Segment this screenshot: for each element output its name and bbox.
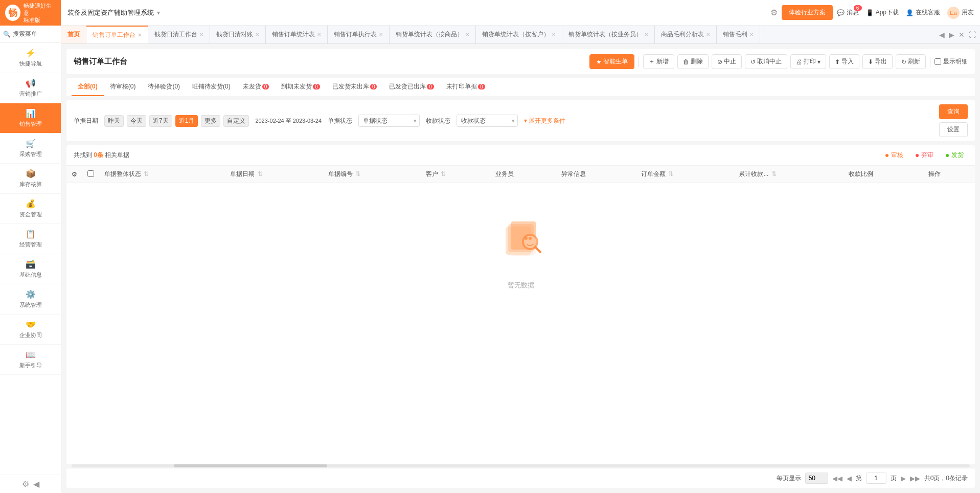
refresh-btn[interactable]: ↻ 刷新 bbox=[896, 54, 926, 69]
date-yesterday-btn[interactable]: 昨天 bbox=[104, 115, 124, 127]
horizontal-scrollbar[interactable] bbox=[66, 464, 975, 468]
per-page-select[interactable]: 50 10 20 100 bbox=[805, 473, 828, 484]
app-download-btn[interactable]: 📱 App下载 bbox=[866, 8, 899, 17]
date-more-btn[interactable]: 更多 bbox=[201, 115, 220, 127]
table-scroll: ⚙ 单据整体状态 ⇅ 单据日期 ⇅ 单据编号 bbox=[66, 166, 975, 464]
page-input[interactable] bbox=[866, 473, 886, 484]
tab-sales-workbench[interactable]: 销售订单工作台 ✕ bbox=[86, 26, 148, 43]
suspend-btn[interactable]: ⊘ 中止 bbox=[712, 54, 742, 69]
show-detail-label[interactable]: 显示明细 bbox=[935, 57, 968, 66]
sidebar-item-basic[interactable]: 🗃️ 基础信息 bbox=[0, 254, 61, 284]
page-nav-last[interactable]: ▶▶ bbox=[910, 475, 920, 482]
tab-sales-summary-customer[interactable]: 销货单统计表（按客户） ✕ bbox=[476, 26, 562, 43]
sidebar-item-sales[interactable]: 📊 销售管理 bbox=[0, 103, 61, 133]
tab-sales-stat[interactable]: 销售订单统计表 ✕ bbox=[266, 26, 328, 43]
sidebar-item-operations[interactable]: 📋 经营管理 bbox=[0, 224, 61, 254]
sidebar-search[interactable]: 🔍 搜索菜单 bbox=[0, 26, 61, 43]
tab-product-margin[interactable]: 商品毛利分析表 ✕ bbox=[655, 26, 717, 43]
print-btn[interactable]: 🖨 打印 ▾ bbox=[790, 54, 826, 69]
query-btn[interactable]: 查询 bbox=[939, 104, 968, 119]
message-btn[interactable]: 💬 消息 6 bbox=[837, 8, 859, 17]
sort-number[interactable]: ⇅ bbox=[355, 170, 360, 177]
tab-close-sales-workbench[interactable]: ✕ bbox=[138, 32, 142, 38]
subtab-shipped-out[interactable]: 已发货已出库0 bbox=[383, 78, 440, 96]
tab-close-sales-exec[interactable]: ✕ bbox=[379, 32, 383, 37]
sort-collected[interactable]: ⇅ bbox=[771, 170, 777, 177]
tab-close-all-icon[interactable]: ✕ bbox=[958, 30, 966, 40]
industry-btn[interactable]: 体验行业方案 bbox=[782, 5, 833, 20]
subtab-wangpu-pending[interactable]: 旺铺待发货(0) bbox=[186, 78, 237, 96]
tab-home[interactable]: 首页 bbox=[61, 26, 86, 43]
filter-settings-btn[interactable]: 设置 bbox=[939, 122, 968, 137]
tab-close-cash-reconcile[interactable]: ✕ bbox=[255, 32, 259, 37]
tab-close-sales-summary-product[interactable]: ✕ bbox=[465, 32, 469, 37]
sidebar-item-guide[interactable]: 📖 新手引导 bbox=[0, 345, 61, 375]
tab-sales-summary-staff[interactable]: 销货单统计表（按业务员） ✕ bbox=[562, 26, 655, 43]
sidebar-item-finance[interactable]: 💰 资金管理 bbox=[0, 194, 61, 224]
date-today-btn[interactable]: 今天 bbox=[127, 115, 146, 127]
status-select[interactable]: 单据状态 bbox=[358, 115, 420, 127]
tab-nav-next-icon[interactable]: ▶ bbox=[948, 30, 955, 40]
select-all-checkbox[interactable] bbox=[87, 170, 94, 177]
page-nav-prev[interactable]: ◀ bbox=[847, 475, 852, 482]
sidebar-item-marketing[interactable]: 📢 营销推广 bbox=[0, 73, 61, 103]
tab-sales-summary-product[interactable]: 销货单统计表（按商品） ✕ bbox=[390, 26, 476, 43]
sidebar-item-system[interactable]: ⚙️ 系统管理 bbox=[0, 284, 61, 315]
delete-btn[interactable]: 🗑 删除 bbox=[677, 54, 709, 69]
tab-close-sales-summary-staff[interactable]: ✕ bbox=[644, 32, 648, 37]
cancel-suspend-btn[interactable]: ↺ 取消中止 bbox=[745, 54, 787, 69]
subtab-all[interactable]: 全部(0) bbox=[72, 78, 104, 96]
topbar-settings-icon[interactable]: ⚙ bbox=[770, 8, 778, 17]
audit-btn[interactable]: 审核 bbox=[881, 149, 907, 161]
tab-cash-reconcile[interactable]: 钱货日清对账 ✕ bbox=[210, 26, 266, 43]
sidebar-item-purchase[interactable]: 🛒 采购管理 bbox=[0, 133, 61, 164]
suspend-icon: ⊘ bbox=[717, 58, 722, 65]
settings-bottom-icon[interactable]: ⚙ bbox=[22, 479, 29, 489]
collapse-icon[interactable]: ◀ bbox=[33, 479, 39, 489]
page-nav-next[interactable]: ▶ bbox=[901, 475, 906, 482]
import-btn[interactable]: ⬆ 导入 bbox=[829, 54, 859, 69]
page-nav-first[interactable]: ◀◀ bbox=[832, 475, 842, 482]
tab-close-sales-more[interactable]: ✕ bbox=[749, 32, 754, 37]
tab-sales-exec[interactable]: 销售订单执行表 ✕ bbox=[328, 26, 390, 43]
date-7days-btn[interactable]: 近7天 bbox=[149, 115, 172, 127]
sort-customer[interactable]: ⇅ bbox=[441, 170, 446, 177]
col-settings[interactable]: ⚙ bbox=[66, 166, 82, 183]
subtab-overdue-not-shipped[interactable]: 到期未发货0 bbox=[275, 78, 326, 96]
col-checkbox[interactable] bbox=[82, 166, 99, 183]
tab-close-sales-stat[interactable]: ✕ bbox=[317, 32, 321, 37]
smart-generate-btn[interactable]: ★ 智能生单 bbox=[589, 54, 634, 69]
tab-maximize-icon[interactable]: ⛶ bbox=[968, 30, 977, 40]
export-btn[interactable]: ⬇ 导出 bbox=[862, 54, 893, 69]
page-title: 销售订单工作台 bbox=[74, 57, 127, 66]
ship-btn[interactable]: 发货 bbox=[942, 149, 968, 161]
online-service-btn[interactable]: 👤 在线客服 bbox=[906, 8, 940, 17]
date-custom-btn[interactable]: 自定义 bbox=[223, 115, 249, 127]
add-btn[interactable]: ＋ 新增 bbox=[643, 54, 674, 69]
expand-filter-btn[interactable]: ▾ 展开更多条件 bbox=[524, 117, 565, 125]
sort-status[interactable]: ⇅ bbox=[144, 170, 149, 177]
subtab-shipped-not-out[interactable]: 已发货未出库0 bbox=[326, 78, 383, 96]
sort-amount[interactable]: ⇅ bbox=[668, 170, 673, 177]
tab-close-cash-daily[interactable]: ✕ bbox=[199, 32, 203, 37]
tab-close-product-margin[interactable]: ✕ bbox=[706, 32, 710, 37]
subtab-pending-review[interactable]: 待审核(0) bbox=[104, 78, 142, 96]
scrollbar-thumb[interactable] bbox=[174, 464, 327, 467]
user-menu-btn[interactable]: Ea 用友 bbox=[947, 7, 974, 19]
topbar-dropdown-icon[interactable]: ▾ bbox=[157, 9, 160, 16]
show-detail-checkbox[interactable] bbox=[935, 58, 941, 65]
subtab-pending-inspect[interactable]: 待择验货(0) bbox=[142, 78, 186, 96]
tab-nav-prev-icon[interactable]: ◀ bbox=[938, 30, 946, 40]
payment-select[interactable]: 收款状态 bbox=[457, 115, 518, 127]
sidebar-item-quick-nav[interactable]: ⚡ 快捷导航 bbox=[0, 43, 61, 73]
sidebar-item-inventory[interactable]: 📦 库存核算 bbox=[0, 164, 61, 194]
cancel-audit-btn[interactable]: 弃审 bbox=[911, 149, 938, 161]
sidebar-item-enterprise[interactable]: 🤝 企业协同 bbox=[0, 315, 61, 345]
tab-sales-more[interactable]: 销售毛利 ✕ bbox=[717, 26, 760, 43]
date-1month-btn[interactable]: 近1月 bbox=[175, 115, 198, 127]
subtab-not-shipped[interactable]: 未发货0 bbox=[237, 78, 276, 96]
tab-cash-daily[interactable]: 钱货日清工作台 ✕ bbox=[148, 26, 210, 43]
subtab-not-printed[interactable]: 未打印单据0 bbox=[440, 78, 491, 96]
tab-close-sales-summary-customer[interactable]: ✕ bbox=[552, 32, 556, 37]
sort-date[interactable]: ⇅ bbox=[258, 170, 263, 177]
